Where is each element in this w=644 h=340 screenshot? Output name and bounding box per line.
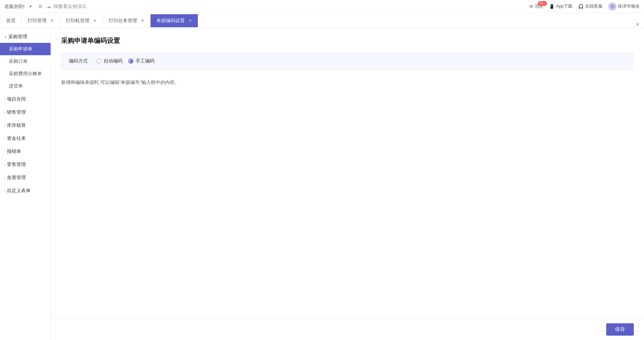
- settings-icon[interactable]: ⚙: [37, 3, 44, 10]
- online-service-icon: 🎧: [578, 4, 584, 9]
- sidebar-group-sales-mgmt: › 销售管理: [0, 106, 51, 118]
- top-bar-right: ✉ 消息 99+ 📱 App下载 🎧 在线客服 徐 徐泽华修改: [529, 3, 640, 11]
- radio-circle-manual[interactable]: [128, 58, 133, 64]
- message-button[interactable]: ✉ 消息 99+: [529, 3, 543, 9]
- sidebar-group-sales-mgmt-label: 销售管理: [7, 109, 26, 116]
- sidebar-group-retail-mgmt: › 零售管理: [0, 158, 51, 171]
- tab-home-label: 首页: [6, 17, 16, 24]
- radio-auto-encoding[interactable]: 自动编码: [96, 58, 123, 64]
- sidebar-item-purchase-request[interactable]: 采购申请单: [0, 43, 51, 55]
- top-bar: 老板勿割! ▾ ⚙ ☁ 我要看实例演示 ✉ 消息 99+ 📱 App下载 🎧 在…: [0, 0, 644, 13]
- tab-single-code-setting-close[interactable]: ✕: [188, 18, 192, 23]
- avatar: 徐: [608, 3, 616, 11]
- sidebar-group-retail-mgmt-title[interactable]: › 零售管理: [0, 158, 51, 171]
- sidebar-group-invoice-mgmt: › 发票管理: [0, 171, 51, 184]
- sidebar-group-invoice-mgmt-label: 发票管理: [7, 174, 26, 181]
- content-footer: 保存: [51, 318, 644, 340]
- sidebar-group-project-contract-title[interactable]: › 项目合同: [0, 93, 51, 105]
- sidebar-group-returns: › 报销单: [0, 145, 51, 158]
- app-download-label: App下载: [556, 3, 572, 9]
- tab-single-code-setting-label: 单据编码设置: [156, 17, 185, 24]
- tab-close-all[interactable]: ✕: [631, 22, 644, 27]
- encoding-settings-panel: 编码方式 自动编码 手工编码: [61, 52, 634, 70]
- sidebar-group-returns-title[interactable]: › 报销单: [0, 145, 51, 158]
- radio-circle-auto[interactable]: [96, 58, 101, 64]
- chevron-right-icon-7: ›: [4, 176, 5, 180]
- sidebar-group-inventory-settlement-title[interactable]: › 库存核算: [0, 119, 51, 131]
- message-icon: ✉: [529, 4, 533, 9]
- sidebar-group-inventory-settlement-label: 库存核算: [7, 122, 26, 129]
- sidebar-group-project-contract: › 项目合同: [0, 93, 51, 105]
- page-title: 采购申请单编码设置: [61, 36, 634, 45]
- tab-printer-mgmt-close[interactable]: ✕: [93, 18, 97, 23]
- encoding-row: 编码方式 自动编码 手工编码: [69, 58, 626, 64]
- dropdown-icon[interactable]: ▾: [28, 3, 34, 10]
- app-download-button[interactable]: 📱 App下载: [549, 3, 572, 9]
- sidebar-item-inbound-label: 进货单: [9, 83, 23, 89]
- sidebar: ∨ 采购管理 采购申请单 采购订单 采购费用分摊单 进货单 › 项目合同: [0, 28, 51, 340]
- chevron-right-icon-4: ›: [4, 137, 5, 141]
- search-text[interactable]: 我要看实例演示: [53, 3, 87, 10]
- sidebar-group-sales-mgmt-title[interactable]: › 销售管理: [0, 106, 51, 118]
- sidebar-group-inventory-settlement: › 库存核算: [0, 119, 51, 131]
- tab-single-code-setting[interactable]: 单据编码设置 ✕: [151, 14, 198, 27]
- sidebar-group-retail-mgmt-label: 零售管理: [7, 161, 26, 168]
- tab-bar: 首页 打印管理 ✕ 打印机管理 ✕ 打印任务管理 ✕ 单据编码设置 ✕ ✕: [0, 13, 644, 28]
- chevron-right-icon-8: ›: [4, 189, 5, 193]
- main-layout: ∨ 采购管理 采购申请单 采购订单 采购费用分摊单 进货单 › 项目合同: [0, 28, 644, 340]
- sidebar-item-inbound[interactable]: 进货单: [0, 80, 51, 92]
- sidebar-group-returns-label: 报销单: [7, 148, 21, 155]
- sidebar-group-invoice-mgmt-title[interactable]: › 发票管理: [0, 171, 51, 184]
- message-badge: 99+: [538, 1, 547, 6]
- sidebar-group-custom-forms: › 自定义表单: [0, 185, 51, 197]
- online-service-label: 在线客服: [585, 3, 603, 9]
- radio-auto-label: 自动编码: [104, 58, 123, 64]
- cloud-icon: ☁: [47, 4, 51, 9]
- chevron-right-icon-6: ›: [4, 163, 5, 167]
- tab-home[interactable]: 首页: [0, 14, 22, 27]
- brand-text: 老板勿割!: [4, 3, 25, 10]
- sidebar-item-purchase-order-label: 采购订单: [9, 58, 28, 64]
- app-download-icon: 📱: [549, 4, 555, 9]
- sidebar-group-purchase-mgmt: ∨ 采购管理 采购申请单 采购订单 采购费用分摊单 进货单: [0, 31, 51, 92]
- tab-print-task-mgmt[interactable]: 打印任务管理 ✕: [103, 14, 151, 27]
- top-search[interactable]: ☁ 我要看实例演示: [47, 3, 87, 10]
- encoding-label: 编码方式: [69, 58, 91, 64]
- tab-print-mgmt[interactable]: 打印管理 ✕: [22, 14, 60, 27]
- tab-print-mgmt-label: 打印管理: [28, 17, 47, 24]
- tab-print-task-mgmt-close[interactable]: ✕: [141, 18, 144, 23]
- top-bar-left: 老板勿割! ▾ ⚙ ☁ 我要看实例演示: [4, 3, 87, 10]
- sidebar-item-purchase-order[interactable]: 采购订单: [0, 55, 51, 68]
- sidebar-group-purchase-mgmt-title[interactable]: ∨ 采购管理: [0, 31, 51, 43]
- chevron-right-icon-3: ›: [4, 124, 5, 128]
- radio-manual-encoding[interactable]: 手工编码: [128, 58, 155, 64]
- sidebar-item-purchase-request-label: 采购申请单: [9, 46, 32, 52]
- tab-print-task-mgmt-label: 打印任务管理: [109, 17, 137, 24]
- sidebar-group-project-contract-label: 项目合同: [7, 96, 26, 102]
- chevron-right-icon-2: ›: [4, 110, 5, 114]
- chevron-right-icon: ›: [4, 97, 5, 101]
- tab-printer-mgmt[interactable]: 打印机管理 ✕: [60, 14, 103, 27]
- sidebar-item-purchase-expense-label: 采购费用分摊单: [9, 71, 42, 76]
- content-area: 采购申请单编码设置 编码方式 自动编码 手工编码 新增和编辑单据时,可以编辑"单…: [51, 28, 644, 340]
- user-info[interactable]: 徐 徐泽华修改: [608, 3, 640, 11]
- sidebar-group-purchase-mgmt-label: 采购管理: [8, 33, 27, 40]
- online-service-button[interactable]: 🎧 在线客服: [578, 3, 603, 9]
- user-name: 徐泽华修改: [618, 3, 640, 9]
- chevron-down-icon: ∨: [4, 35, 7, 39]
- tab-printer-mgmt-label: 打印机管理: [66, 17, 89, 24]
- tab-print-mgmt-close[interactable]: ✕: [50, 18, 54, 23]
- hint-text: 新增和编辑单据时,可以编辑"单据编号"输入框中的内容。: [61, 79, 634, 86]
- sidebar-group-capital-flow-label: 资金往来: [7, 135, 26, 142]
- sidebar-group-capital-flow: › 资金往来: [0, 132, 51, 145]
- save-button[interactable]: 保存: [606, 323, 634, 336]
- chevron-right-icon-5: ›: [4, 150, 5, 154]
- sidebar-group-custom-forms-title[interactable]: › 自定义表单: [0, 185, 51, 197]
- sidebar-group-custom-forms-label: 自定义表单: [7, 187, 31, 194]
- sidebar-group-capital-flow-title[interactable]: › 资金往来: [0, 132, 51, 145]
- radio-manual-label: 手工编码: [136, 58, 155, 64]
- sidebar-item-purchase-expense[interactable]: 采购费用分摊单: [0, 68, 51, 80]
